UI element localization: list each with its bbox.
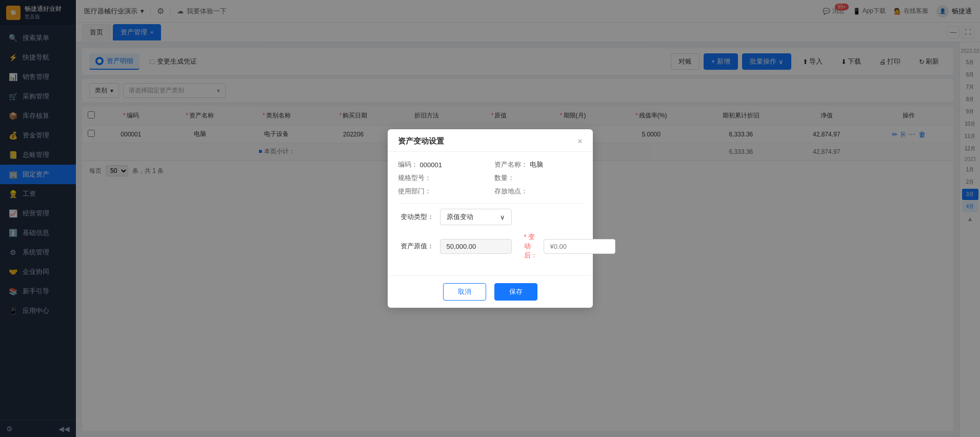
- modal-name-label: 资产名称：: [494, 160, 528, 169]
- change-type-arrow-icon: ∨: [500, 213, 505, 221]
- modal-spec-label: 规格型号：: [398, 173, 431, 183]
- modal-spec-item: 规格型号：: [398, 173, 486, 183]
- save-btn[interactable]: 保存: [494, 283, 537, 301]
- modal-info-grid: 编码： 000001 资产名称： 电脑 规格型号： 数量： 使用部门：: [398, 160, 583, 196]
- modal-location-label: 存放地点：: [494, 187, 528, 196]
- modal-after-change-label: * 变动后：: [524, 232, 537, 260]
- modal-change-type-label: 变动类型：: [398, 212, 434, 222]
- modal-change-type-value: 原值变动: [447, 212, 473, 222]
- modal-dept-item: 使用部门：: [398, 187, 486, 196]
- modal-dept-label: 使用部门：: [398, 187, 431, 196]
- modal-code-label: 编码：: [398, 160, 418, 169]
- asset-change-modal: 资产变动设置 × 编码： 000001 资产名称： 电脑 规格型号： 数量：: [388, 129, 593, 308]
- modal-footer: 取消 保存: [388, 275, 593, 308]
- modal-change-type-field: 变动类型： 原值变动 ∨: [398, 209, 583, 225]
- cancel-btn[interactable]: 取消: [443, 283, 486, 301]
- modal-after-change-input[interactable]: [544, 239, 615, 254]
- modal-overlay: 资产变动设置 × 编码： 000001 资产名称： 电脑 规格型号： 数量：: [0, 0, 980, 437]
- modal-original-value-field: 资产原值： * 变动后：: [398, 232, 583, 260]
- modal-location-item: 存放地点：: [494, 187, 583, 196]
- modal-quantity-label: 数量：: [494, 173, 514, 183]
- modal-body: 编码： 000001 资产名称： 电脑 规格型号： 数量： 使用部门：: [388, 152, 593, 275]
- modal-code-value: 000001: [420, 161, 442, 169]
- modal-name-value: 电脑: [530, 160, 543, 169]
- modal-header: 资产变动设置 ×: [388, 129, 593, 152]
- modal-divider: [398, 203, 583, 204]
- modal-code-item: 编码： 000001: [398, 160, 486, 169]
- modal-original-value-label: 资产原值：: [398, 242, 434, 251]
- modal-original-value-input[interactable]: [440, 239, 512, 254]
- modal-name-item: 资产名称： 电脑: [494, 160, 583, 169]
- modal-close-btn[interactable]: ×: [577, 137, 582, 146]
- modal-change-type-select[interactable]: 原值变动 ∨: [440, 209, 512, 225]
- modal-title: 资产变动设置: [398, 136, 444, 146]
- modal-quantity-item: 数量：: [494, 173, 583, 183]
